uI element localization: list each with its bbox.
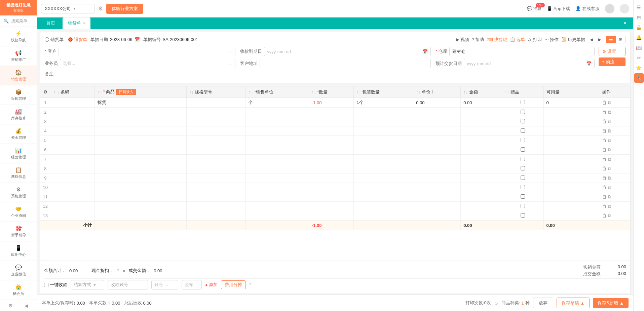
sidebar-item-finance[interactable]: 💰 资金管理 [0, 124, 37, 144]
right-tool-grid[interactable]: ⊞ [634, 13, 644, 22]
gift-checkbox[interactable] [521, 110, 525, 114]
settings-bottom-icon[interactable]: ⚙ [8, 303, 13, 308]
cell-amount[interactable] [461, 145, 502, 155]
cell-unit-price[interactable] [413, 183, 461, 192]
cell-quantity[interactable] [309, 183, 354, 192]
gift-checkbox[interactable] [521, 128, 525, 133]
cell-pkg-qty[interactable] [354, 202, 413, 211]
cell-goods[interactable] [95, 183, 186, 192]
cell-goods[interactable] [95, 155, 186, 164]
cell-barcode[interactable] [51, 202, 95, 211]
video-btn[interactable]: ▶ 视频 [456, 37, 469, 43]
abandon-button[interactable]: 放弃 [533, 298, 553, 308]
cell-barcode[interactable] [51, 136, 95, 145]
gift-checkbox[interactable] [521, 100, 525, 104]
sidebar-item-member[interactable]: 👑 畅会员 [0, 280, 37, 300]
cell-goods[interactable] [95, 145, 186, 155]
sidebar-item-sales[interactable]: 🏠 销售管理 [0, 66, 37, 85]
delete-icon[interactable]: 🗑 [602, 213, 607, 218]
trial-button[interactable]: 体验行业方案 [106, 4, 143, 14]
delete-icon[interactable]: 🗑 [602, 166, 607, 171]
avatar[interactable] [605, 4, 614, 13]
cell-gift[interactable] [502, 126, 543, 136]
company-selector[interactable]: XXXXXX公司 ▼ [41, 4, 95, 13]
cell-spec[interactable] [186, 98, 246, 108]
th-gear[interactable]: ⚙ [40, 86, 51, 98]
operation-btn[interactable]: ⋯ 操作 [544, 37, 559, 43]
cell-unit-price[interactable] [413, 117, 461, 126]
cell-gift[interactable] [502, 155, 543, 164]
gift-checkbox[interactable] [521, 157, 525, 161]
cell-unit-price[interactable] [413, 108, 461, 117]
cell-gift[interactable] [502, 98, 543, 108]
cell-unit-price[interactable] [413, 155, 461, 164]
cell-barcode[interactable] [51, 108, 95, 117]
cell-gift[interactable] [502, 173, 543, 183]
next-arrow[interactable]: ▶ [596, 36, 603, 43]
cell-pkg-qty[interactable] [354, 145, 413, 155]
gift-checkbox[interactable] [521, 204, 525, 208]
help-btn[interactable]: ? 帮助 [472, 37, 484, 43]
gift-checkbox[interactable] [521, 166, 525, 170]
cell-spec[interactable] [186, 211, 246, 221]
cell-gift[interactable] [502, 183, 543, 192]
tab-close-icon[interactable]: × [83, 21, 85, 25]
radio-return-input[interactable] [68, 37, 73, 42]
cell-gift[interactable] [502, 136, 543, 145]
copy-icon[interactable]: ⧉ [608, 175, 611, 181]
cell-quantity[interactable] [309, 192, 354, 202]
cell-amount[interactable] [461, 164, 502, 173]
cell-unit[interactable] [246, 145, 309, 155]
delete-icon[interactable]: 🗑 [602, 203, 607, 209]
calc-method-select[interactable]: 结算方式 ▼ [71, 280, 104, 289]
sidebar-item-search[interactable]: 🔍 搜索菜单 [0, 15, 37, 27]
right-tool-wrench[interactable]: 🔧 [634, 73, 644, 83]
cell-unit[interactable] [246, 192, 309, 202]
right-tool-star[interactable]: ⭐ [634, 63, 644, 73]
cell-goods[interactable] [95, 192, 186, 202]
copy-icon[interactable]: ⧉ [608, 147, 611, 152]
sidebar-item-management[interactable]: 📊 经营管理 [0, 144, 37, 163]
cell-pkg-qty[interactable] [354, 117, 413, 126]
cell-gift[interactable] [502, 108, 543, 117]
delete-icon[interactable]: 🗑 [602, 156, 607, 162]
cell-unit[interactable] [246, 126, 309, 136]
tab-home[interactable]: 首页 [41, 17, 61, 29]
sidebar-item-apps[interactable]: 📱 应用中心 [0, 241, 37, 261]
cell-amount[interactable] [461, 192, 502, 202]
sidebar-item-inventory[interactable]: 🏭 库存核算 [0, 105, 37, 124]
gift-checkbox[interactable] [521, 147, 525, 152]
add-expense-btn[interactable]: ● 添加 [205, 282, 218, 288]
cell-barcode[interactable] [51, 183, 95, 192]
cell-pkg-qty[interactable] [354, 108, 413, 117]
cell-unit-price[interactable] [413, 211, 461, 221]
cell-unit[interactable] [246, 173, 309, 183]
receive-date-input[interactable]: yyyy-mm-dd 📅 [264, 47, 431, 56]
copy-icon[interactable]: ⧉ [608, 156, 611, 162]
gift-checkbox[interactable] [521, 176, 525, 180]
cell-quantity[interactable]: -1.00 [309, 98, 354, 108]
cell-quantity[interactable] [309, 108, 354, 117]
copy-icon[interactable]: ⧉ [608, 166, 611, 171]
cell-pkg-qty[interactable] [354, 192, 413, 202]
cell-goods[interactable] [95, 211, 186, 221]
cell-spec[interactable] [186, 126, 246, 136]
sidebar-item-collab[interactable]: 🤝 企业协同 [0, 202, 37, 222]
cell-gift[interactable] [502, 117, 543, 126]
cell-unit[interactable] [246, 183, 309, 192]
cell-quantity[interactable] [309, 202, 354, 211]
cell-unit[interactable] [246, 108, 309, 117]
cell-barcode[interactable] [51, 98, 95, 108]
list-view-btn[interactable]: ☰ [606, 36, 616, 43]
delete-icon[interactable]: 🗑 [602, 119, 607, 124]
expected-delivery-input[interactable]: yyyy-mm-dd 📅 [464, 59, 595, 68]
cell-amount[interactable] [461, 108, 502, 117]
collapse-icon[interactable]: ◀ [25, 303, 28, 308]
grid-view-btn[interactable]: ⊞ [616, 36, 625, 43]
online-support-button[interactable]: 👤 在线客服 [575, 6, 600, 12]
right-tool-lock[interactable]: 🔒 [634, 23, 644, 32]
expense-help-icon[interactable]: ? [249, 282, 252, 287]
cell-pkg-qty[interactable] [354, 136, 413, 145]
cell-quantity[interactable] [309, 126, 354, 136]
flow-button[interactable]: + 物流 [599, 57, 626, 66]
